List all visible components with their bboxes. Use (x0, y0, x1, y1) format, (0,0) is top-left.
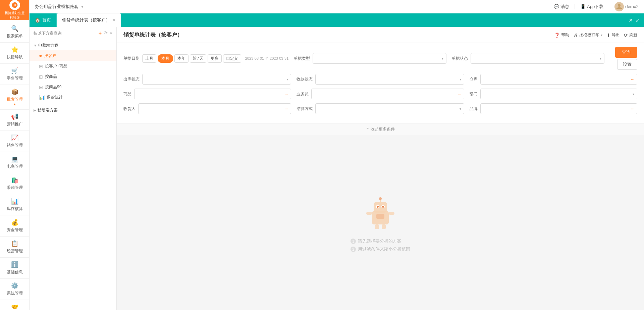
goods-more-icon[interactable]: ··· (285, 92, 288, 96)
scheme-item-by-goods[interactable]: ⊞ 按商品 (30, 71, 116, 82)
brand-select[interactable]: ··· (480, 103, 637, 114)
desktop-scheme-group-label: 电脑端方案 (38, 43, 58, 48)
workspace-name: 办公用品行业模拟账套 (35, 4, 78, 10)
department-select[interactable]: ▾ (480, 89, 637, 99)
salesperson-more-icon[interactable]: ··· (458, 92, 461, 96)
order-status-select[interactable]: ▾ (471, 53, 604, 64)
order-type-chevron-icon: ▾ (442, 57, 443, 60)
sidebar-item-system[interactable]: ⚙️ 系统管理 (0, 279, 30, 300)
date-btn-last-month[interactable]: 上月 (142, 54, 156, 63)
brand-more-icon[interactable]: ··· (631, 106, 634, 111)
refresh-button[interactable]: ⟳ 刷新 (624, 32, 637, 38)
header-actions: 💬 消息 📱 App下载 demo2 (554, 2, 639, 11)
consignee-select[interactable]: ··· (138, 103, 291, 114)
sidebar-item-sales[interactable]: 📈 销售管理 (0, 131, 30, 152)
tab-home-label: 首页 (42, 17, 51, 23)
refresh-icon: ⟳ (624, 33, 628, 38)
payment-status-chevron-icon: ▾ (460, 78, 461, 81)
date-btn-this-year[interactable]: 本年 (174, 54, 189, 63)
warehouse-label: 仓库 (470, 76, 478, 82)
tab-close-all-icon[interactable]: ✕ (629, 17, 633, 23)
sidebar-item-basic[interactable]: ℹ️ 基础信息 (0, 258, 30, 279)
date-btn-this-month[interactable]: 本月 (158, 54, 173, 63)
message-button[interactable]: 💬 消息 (554, 4, 569, 10)
order-type-select[interactable]: ▾ (313, 53, 446, 64)
header-divider2 (609, 4, 609, 9)
empty-illustration (360, 193, 400, 233)
page-title-row: 销货单统计表（按客户） ❓ 帮助 🖨 按模板打印 ▾ ⬇ (123, 32, 637, 39)
goods-select[interactable]: ··· (134, 89, 291, 99)
settings-button[interactable]: 设置 (617, 59, 637, 70)
tab-sales-stat[interactable]: 销货单统计表（按客户） ✕ (57, 13, 121, 27)
content-area: 按以下方案查询 + ⟳ « ▼ 电脑端方案 ● 按客户 ⊞ (30, 27, 644, 310)
scheme-item-by-customer-goods[interactable]: ⊞ 按客户+商品 (30, 61, 116, 71)
tab-home[interactable]: 🏠 首页 (30, 13, 57, 27)
sidebar-item-operation[interactable]: 📋 经营管理 (0, 237, 30, 258)
help-button[interactable]: ❓ 帮助 (554, 32, 569, 38)
print-button[interactable]: 🖨 按模板打印 ▾ (573, 32, 602, 38)
sidebar-item-system-label: 系统管理 (7, 291, 23, 296)
cooperation-icon: 🤝 (11, 303, 18, 310)
date-btn-last-7-days[interactable]: 近7天 (190, 54, 206, 63)
add-scheme-button[interactable]: + (99, 30, 102, 36)
settlement-filter: 结算方式 ▾ (297, 103, 464, 114)
scheme-item-refund-stat[interactable]: 📊 退货统计 (30, 92, 116, 103)
settlement-select[interactable]: ▾ (315, 103, 464, 114)
desktop-scheme-group-title[interactable]: ▼ 电脑端方案 (30, 41, 116, 50)
salesperson-select[interactable]: ··· (311, 89, 464, 99)
retail-icon: 🛒 (11, 67, 18, 74)
sidebar-item-search[interactable]: 🔍 搜索菜单 (0, 21, 30, 43)
mobile-scheme-group: ▶ 移动端方案 (30, 104, 116, 116)
date-btn-custom[interactable]: 自定义 (223, 54, 241, 63)
consignee-more-icon[interactable]: ··· (285, 106, 288, 111)
tab-bar: 🏠 首页 销货单统计表（按客户） ✕ ✕ ⤢ (30, 13, 644, 27)
date-btn-more[interactable]: 更多 (208, 54, 222, 63)
tab-fullscreen-icon[interactable]: ⤢ (636, 17, 640, 23)
sidebar-item-inventory[interactable]: 📊 库存核算 (0, 194, 30, 215)
page-title: 销货单统计表（按客户） (123, 32, 182, 39)
empty-tip-2-text: 用过滤条件来缩小分析范围 (358, 246, 410, 252)
scheme-item-by-customer[interactable]: ● 按客户 (30, 50, 116, 61)
app-download-button[interactable]: 📱 App下载 (580, 4, 603, 10)
collapse-filter-button[interactable]: ⌃ 收起更多条件 (117, 123, 644, 135)
out-status-chevron-icon: ▾ (286, 78, 288, 81)
query-button[interactable]: 查询 (615, 47, 637, 58)
sidebar-item-retail[interactable]: 🛒 零售管理 (0, 64, 30, 85)
app-subtitle: 标账版 (10, 15, 20, 20)
mobile-scheme-group-title[interactable]: ▶ 移动端方案 (30, 105, 116, 115)
workspace-chevron-icon: ▾ (81, 4, 84, 9)
export-icon: ⬇ (606, 33, 610, 38)
refresh-scheme-button[interactable]: ⟳ (104, 30, 108, 36)
sidebar-item-purchase[interactable]: 🛍️ 采购管理 (0, 173, 30, 194)
sidebar-item-marketing[interactable]: 📢 营销推广 (0, 110, 30, 131)
scheme-item-by-goods-99[interactable]: ⊞ 按商品99 (30, 82, 116, 92)
workspace-selector[interactable]: 办公用品行业模拟账套 ▾ (35, 4, 84, 10)
department-chevron-icon: ▾ (633, 92, 634, 96)
desktop-scheme-group: ▼ 电脑端方案 ● 按客户 ⊞ 按客户+商品 ⊞ 按商品 ⊞ 按商品99 (30, 39, 116, 104)
svg-point-0 (618, 4, 621, 7)
order-status-chevron-icon: ▾ (600, 57, 601, 60)
sidebar-item-quick-nav[interactable]: ⭐ 快捷导航 (0, 43, 30, 64)
warehouse-select[interactable]: ··· (480, 74, 637, 85)
help-label: 帮助 (561, 32, 569, 38)
warehouse-more-icon[interactable]: ··· (631, 77, 634, 82)
sidebar-item-finance[interactable]: 💰 资金管理 (0, 215, 30, 237)
refresh-label: 刷新 (629, 32, 637, 38)
export-button[interactable]: ⬇ 导出 (606, 32, 620, 38)
user-name: demo2 (625, 4, 639, 9)
sidebar-item-cooperation[interactable]: 🤝 企业协同 (0, 300, 30, 310)
out-status-select[interactable]: ▾ (142, 74, 291, 85)
export-label: 导出 (612, 32, 620, 38)
payment-status-select[interactable]: ▾ (315, 74, 464, 85)
collapse-panel-button[interactable]: « (110, 30, 112, 36)
user-menu-button[interactable]: demo2 (614, 2, 639, 11)
sidebar-item-wholesale[interactable]: 📦 批发管理 ▲ (0, 85, 30, 110)
logo-icon (9, 0, 20, 10)
sidebar-item-inventory-label: 库存核算 (7, 206, 23, 212)
tab-close-icon[interactable]: ✕ (112, 18, 115, 22)
tab-sales-stat-label: 销货单统计表（按客户） (62, 17, 110, 23)
avatar (614, 2, 624, 11)
query-btn-group: 查询 设置 (615, 47, 637, 70)
sidebar-item-ecommerce[interactable]: 💻 电商管理 (0, 152, 30, 173)
svg-rect-12 (382, 224, 386, 229)
